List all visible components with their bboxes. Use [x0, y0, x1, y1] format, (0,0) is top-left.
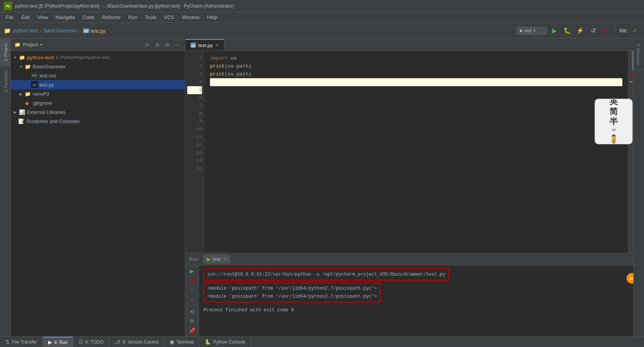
project-dropdown-arrow[interactable]: ▾: [40, 43, 42, 47]
run-content: ▶ ■ ↑ ↓ ⟲ ⚙ 📌 ssh://root@10.0.0.62:22/us…: [185, 265, 633, 336]
menu-help[interactable]: Help: [203, 13, 221, 22]
mascot-sticker: 英简半 ❤ 🧍: [595, 99, 633, 144]
tree-item-gitignore[interactable]: ◆ .gitignore: [11, 98, 185, 107]
bottom-tab-filetransfer[interactable]: ⇅ File Transfer: [0, 337, 43, 347]
stop-button[interactable]: ■: [601, 25, 611, 36]
output-result-box: <module 'posixpath' from '/usr/lib64/pyt…: [204, 282, 380, 303]
title-text: python-test [E:\PythonProject\python-tes…: [15, 3, 234, 9]
menu-run[interactable]: Run: [125, 13, 141, 22]
library-icon: 📊: [19, 109, 25, 115]
gitignore-icon: ◆: [24, 99, 30, 106]
menu-vcs[interactable]: VCS: [160, 13, 178, 22]
tree-item-basicgrammer[interactable]: ▼ 📁 BasicGrammer: [11, 62, 185, 71]
menu-file[interactable]: File: [2, 13, 17, 22]
folder-icon-venv: 📁: [24, 90, 31, 97]
run-pin-button[interactable]: 📌: [187, 326, 197, 334]
tree-label-basicgrammer: BasicGrammer: [33, 64, 66, 69]
todo-icon: ☑: [79, 339, 83, 345]
rvtab-structure[interactable]: 2: Structure: [634, 39, 644, 70]
md-icon: MD: [31, 72, 38, 79]
minimize-button[interactable]: −: [173, 41, 181, 49]
breadcrumb-folder[interactable]: BasicGrammer: [44, 28, 77, 33]
python-console-icon: 🐍: [205, 339, 211, 345]
editor-scrollbar[interactable]: [628, 51, 633, 253]
run-output[interactable]: ssh://root@10.0.0.62:22/usr/bin/python -…: [199, 265, 633, 336]
bottom-tab-todo[interactable]: ☑ 6: TODO: [73, 337, 109, 347]
project-label: Project: [23, 42, 38, 47]
process-finished-line: Process finished with exit code 0: [204, 306, 629, 314]
tree-item-scratches[interactable]: 📝 Scratches and Consoles: [11, 117, 185, 126]
run-scroll-down[interactable]: ↓: [187, 295, 197, 303]
run-tab-label: test: [213, 256, 221, 262]
filetransfer-icon: ⇅: [5, 339, 9, 345]
output-line-1: <module 'posixpath' from '/usr/lib64/pyt…: [207, 285, 377, 292]
coverage-button[interactable]: ⚡: [575, 25, 586, 36]
menu-navigate[interactable]: Navigate: [52, 13, 79, 22]
expand-arrow-basicgrammer[interactable]: ▼: [18, 64, 24, 69]
run-button[interactable]: ▶: [549, 25, 560, 36]
expand-arrow-venv[interactable]: ▶: [18, 91, 24, 96]
bottom-tab-terminal[interactable]: ▣ Terminal: [164, 337, 199, 347]
run-stop-button[interactable]: ■: [187, 277, 197, 285]
tree-item-testpy[interactable]: py test.py: [11, 80, 185, 89]
right-vertical-tabs: 2: Structure: [633, 39, 644, 336]
vtab-project[interactable]: 1: Project: [0, 39, 10, 66]
git-checkmark[interactable]: ✓: [630, 25, 640, 36]
profile-button[interactable]: ↺: [588, 25, 598, 36]
code-content-area[interactable]: import os print(os.path) print(os.path): [204, 51, 628, 253]
code-editor[interactable]: 1234 5 678910 1112131415 import os print…: [185, 51, 633, 253]
menu-window[interactable]: Window: [178, 13, 203, 22]
menu-refactor[interactable]: Refactor: [98, 13, 125, 22]
breadcrumb-project[interactable]: python-test: [13, 28, 38, 33]
bottom-tab-python-console[interactable]: 🐍 Python Console: [199, 337, 251, 347]
menu-view[interactable]: View: [33, 13, 52, 22]
run-tab-test[interactable]: ▶ test ✕: [203, 255, 230, 264]
run-panel: Run: ▶ test ✕ ▶ ■ ↑ ↓ ⟲ ⚙ 📌: [185, 253, 633, 336]
terminal-icon: ▣: [170, 339, 174, 345]
project-panel-header: 📁 Project ▾ ⟳ ⚙ ⚙ −: [11, 39, 185, 51]
toolbar-right: ▶ test ▾ ▶ 🐛 ⚡ ↺ ■ Git: ✓: [516, 25, 640, 36]
run-config-selector[interactable]: ▶ test ▾: [516, 27, 547, 35]
run-tab-close[interactable]: ✕: [223, 257, 226, 262]
code-line-2: print(os.path): [210, 63, 622, 71]
run-restart-button[interactable]: ▶: [187, 267, 197, 275]
bottom-bar: ⇅ File Transfer ▶ 4: Run ☑ 6: TODO ⎇ 9: …: [0, 336, 644, 347]
sync-button[interactable]: ⟳: [143, 41, 152, 49]
editor-tabs: py test.py ✕: [185, 39, 633, 51]
menu-edit[interactable]: Edit: [17, 13, 33, 22]
vcs-icon: ⎇: [115, 339, 120, 345]
expand-arrow-extlibs[interactable]: ▶: [13, 109, 18, 115]
tree-item-root[interactable]: ▼ 📁 python-test E:\PythonProject\python-…: [11, 53, 185, 62]
run-settings-button[interactable]: ⚙: [187, 317, 197, 325]
settings-gear-icon[interactable]: ⚙: [163, 41, 171, 49]
editor-tab-testpy[interactable]: py test.py ✕: [185, 39, 224, 50]
tree-item-venv[interactable]: ▶ 📁 venvP3: [11, 89, 185, 98]
bottom-tab-run[interactable]: ▶ 4: Run: [43, 337, 73, 347]
code-line-3: print(os.path): [210, 71, 622, 79]
folder-icon-basicgrammer: 📁: [24, 63, 31, 70]
tree-label-root: python-test: [27, 55, 54, 60]
command-output-box: ssh://root@10.0.0.62:22/usr/bin/python -…: [204, 268, 629, 282]
filter-button[interactable]: ⚙: [153, 41, 161, 49]
bottom-tab-vcs[interactable]: ⎇ 9: Version Control: [109, 337, 164, 347]
tree-item-testmd[interactable]: MD test.md: [11, 71, 185, 80]
tree-item-external-libs[interactable]: ▶ 📊 External Libraries: [11, 107, 185, 117]
vtab-favorites[interactable]: 2: Favorites: [0, 66, 10, 97]
tab-py-icon: py: [191, 43, 196, 48]
expand-arrow-root[interactable]: ▼: [13, 55, 18, 60]
run-scroll-up[interactable]: ↑: [187, 286, 197, 294]
command-line-box: ssh://root@10.0.0.62:22/usr/bin/python -…: [204, 268, 449, 281]
window-icon: Py: [4, 2, 12, 10]
menu-tools[interactable]: Tools: [141, 13, 160, 22]
run-wrap-button[interactable]: ⟲: [187, 308, 197, 316]
git-label: Git:: [619, 28, 627, 33]
bottom-tab-run-label: 4: Run: [54, 340, 68, 345]
debug-button[interactable]: 🐛: [562, 25, 573, 36]
tab-close-testpy[interactable]: ✕: [215, 43, 219, 48]
command-line: ssh://root@10.0.0.62:22/usr/bin/python -…: [207, 272, 445, 277]
breadcrumb-file[interactable]: py test.py: [83, 27, 106, 34]
tree-label-scratches: Scratches and Consoles: [26, 118, 80, 124]
line-numbers: 1234 5 678910 1112131415: [185, 51, 204, 253]
menu-code[interactable]: Code: [79, 13, 98, 22]
run-toolbar: ▶ ■ ↑ ↓ ⟲ ⚙ 📌: [185, 265, 199, 336]
